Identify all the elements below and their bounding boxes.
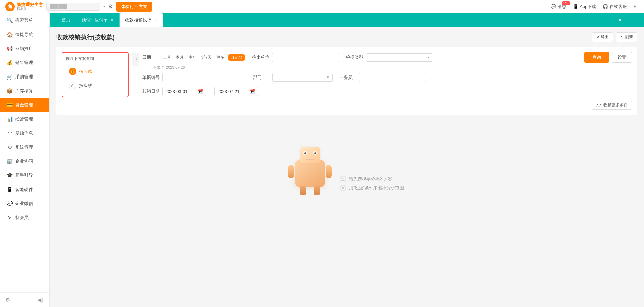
- topbar-right: 💬 消息 99+ 📱 App下载 🎧 在线客服 Rit: [551, 4, 639, 10]
- tabs-actions: ✕ ⛶: [615, 15, 637, 25]
- sidebar-item-wechat[interactable]: 💬 企业微信: [0, 197, 49, 211]
- finance-icon: 💳: [7, 102, 13, 108]
- message-badge: 99+: [562, 1, 570, 5]
- inventory-icon: 📦: [7, 88, 13, 94]
- message-icon: 💬: [551, 4, 556, 9]
- shortcut-custom[interactable]: 自定义: [228, 54, 245, 61]
- search-icon: 🔍: [7, 17, 13, 23]
- tab-prepay-close-icon[interactable]: ✕: [110, 17, 114, 23]
- shortcut-7days[interactable]: 近7天: [200, 54, 213, 61]
- sidebar-item-system[interactable]: ⚙ 系统管理: [0, 140, 49, 154]
- empty-tip-2: ② 用[过滤]条件来缩小分析范围: [340, 185, 404, 191]
- receivable-option-label: 按应收: [79, 83, 92, 89]
- staff-select[interactable]: ···: [359, 73, 426, 82]
- sidebar-item-operations[interactable]: 📊 经营管理: [0, 112, 49, 126]
- sidebar-item-finance[interactable]: 💳 资金管理: [0, 98, 49, 112]
- sidebar-item-enterprise[interactable]: 🏢 企业协同: [0, 154, 49, 168]
- start-calendar-icon[interactable]: 📅: [197, 89, 203, 94]
- refresh-btn[interactable]: ↻ 刷新: [616, 32, 637, 42]
- sidebar-item-guide[interactable]: 🎓 新手引导: [0, 168, 49, 183]
- tab-close-btn[interactable]: ✕: [615, 15, 625, 25]
- staff-field: 业务员 ···: [339, 73, 426, 82]
- sidebar-item-basic[interactable]: 🗃 基础信息: [0, 126, 49, 140]
- query-btn[interactable]: 查询: [584, 52, 609, 63]
- sidebar-item-member[interactable]: V 畅会员: [0, 211, 49, 225]
- date-separator: —: [208, 89, 212, 94]
- industry-btn[interactable]: 体验行业方案: [116, 2, 152, 12]
- operations-icon: 📊: [7, 116, 13, 122]
- end-calendar-icon[interactable]: 📅: [249, 89, 255, 94]
- tab-prepay[interactable]: 预付冲应付单 ✕: [76, 13, 120, 27]
- tab-expand-btn[interactable]: ⛶: [625, 15, 635, 25]
- tab-collection-close-icon[interactable]: ✕: [153, 17, 158, 23]
- filter-option-by-receipt[interactable]: 💰 按收款: [66, 65, 125, 78]
- content-area: 首页 预付冲应付单 ✕ 收款核销执行 ✕ ✕ ⛶ 收款核销执行: [50, 13, 644, 307]
- tip-text-1: 请先选择要分析的方案: [349, 176, 392, 182]
- tab-home[interactable]: 首页: [56, 13, 76, 27]
- sidebar-label-enterprise: 企业协同: [15, 158, 33, 164]
- app-version: 标准版: [17, 7, 43, 11]
- filter-row-1: 日期 上月 本月 本年 近7天 更多 自定义 往来单位: [142, 52, 632, 63]
- topbar-gear-icon[interactable]: ⚙: [108, 3, 113, 10]
- writeoff-end-date[interactable]: 2023-07-21 📅: [214, 87, 258, 96]
- shortcut-this-year[interactable]: 本年: [187, 54, 198, 61]
- empty-state: ① 请先选择要分析的方案 ② 用[过滤]条件来缩小分析范围: [56, 120, 637, 220]
- shortcut-this-month[interactable]: 本月: [174, 54, 185, 61]
- sidebar-item-hardware[interactable]: 📱 智能硬件: [0, 183, 49, 197]
- writeoff-date-label: 核销日期: [142, 88, 160, 94]
- quick-icon: 🏠: [7, 32, 13, 38]
- receipt-option-icon: 💰: [69, 68, 76, 75]
- sidebar-label-finance: 资金管理: [15, 102, 33, 108]
- date-label: 日期: [142, 54, 159, 60]
- user-name[interactable]: Rit: [634, 4, 639, 9]
- dept-select[interactable]: ▾: [272, 73, 333, 82]
- service-label: 在线客服: [609, 4, 627, 10]
- empty-tip-1: ① 请先选择要分析的方案: [340, 176, 404, 182]
- app-download-btn[interactable]: 📱 App下载: [573, 4, 596, 10]
- sidebar-label-marketing: 营销推广: [15, 46, 33, 52]
- sidebar-item-quick[interactable]: 🏠 快捷导航: [0, 28, 49, 42]
- date-range: 2023-03-01 📅 — 2023-07-21 📅: [162, 87, 258, 96]
- member-icon: V: [7, 215, 13, 221]
- partner-select[interactable]: ···: [272, 53, 339, 62]
- setting-btn[interactable]: 设置: [612, 52, 632, 63]
- doc-no-label: 单据编号: [142, 74, 160, 81]
- shortcut-last-month[interactable]: 上月: [162, 54, 172, 61]
- message-btn[interactable]: 💬 消息 99+: [551, 4, 566, 10]
- export-icon: ↗: [596, 35, 599, 40]
- filter-panel-title: 按以下方案查询: [66, 56, 125, 62]
- sidebar-settings-icon[interactable]: ⚙: [5, 297, 10, 303]
- collapse-more-btn[interactable]: ∧∧ 收起更多条件: [592, 101, 632, 110]
- collapse-more-area: ∧∧ 收起更多条件: [142, 101, 632, 110]
- doc-no-input[interactable]: [162, 73, 246, 82]
- writeoff-end-value: 2023-07-21: [217, 89, 240, 94]
- filter-option-by-receivable[interactable]: ⏱ 按应收: [66, 79, 125, 92]
- sidebar-item-inventory[interactable]: 📦 库存核算: [0, 84, 49, 98]
- page-header: 收款核销执行(按收款) ↗ 导出 ↻ 刷新: [56, 32, 637, 42]
- staff-label: 业务员: [339, 74, 356, 81]
- app-icon: 📱: [573, 4, 578, 9]
- tip-num-1: ①: [340, 176, 346, 182]
- doc-type-select[interactable]: ▾: [366, 53, 433, 62]
- export-btn[interactable]: ↗ 导出: [592, 32, 613, 42]
- receivable-option-icon: ⏱: [69, 82, 76, 89]
- topbar-left: 兔 畅捷通好生意 标准版 ██████ ▾ ⚙ 体验行业方案: [5, 2, 152, 12]
- page-content: 收款核销执行(按收款) ↗ 导出 ↻ 刷新 按以下方: [50, 27, 644, 307]
- sidebar: 🔍 搜索菜单 🏠 快捷导航 📢 营销推广 💰 销售管理 🛒 采购管理 📦 库存核…: [0, 13, 50, 307]
- app-logo: 兔 畅捷通好生意 标准版: [5, 2, 43, 11]
- robot-mouth: [306, 159, 314, 160]
- topbar-chevron-icon[interactable]: ▾: [103, 5, 105, 8]
- shortcut-more[interactable]: 更多: [215, 54, 226, 61]
- tab-collection[interactable]: 收款核销执行 ✕: [120, 13, 163, 27]
- writeoff-start-date[interactable]: 2023-03-01 📅: [162, 87, 206, 96]
- online-service-btn[interactable]: 🎧 在线客服: [603, 4, 627, 10]
- empty-illustration: [290, 147, 330, 194]
- sidebar-collapse-icon[interactable]: ◀‖: [37, 297, 44, 303]
- sidebar-item-search[interactable]: 🔍 搜索菜单: [0, 13, 49, 28]
- sidebar-item-purchase[interactable]: 🛒 采购管理: [0, 70, 49, 84]
- filter-actions: 查询 设置: [584, 52, 632, 63]
- sidebar-item-marketing[interactable]: 📢 营销推广: [0, 42, 49, 56]
- filter-collapse-btn[interactable]: 《: [132, 53, 139, 66]
- sidebar-item-sales[interactable]: 💰 销售管理: [0, 56, 49, 70]
- partner-label: 往来单位: [252, 54, 269, 60]
